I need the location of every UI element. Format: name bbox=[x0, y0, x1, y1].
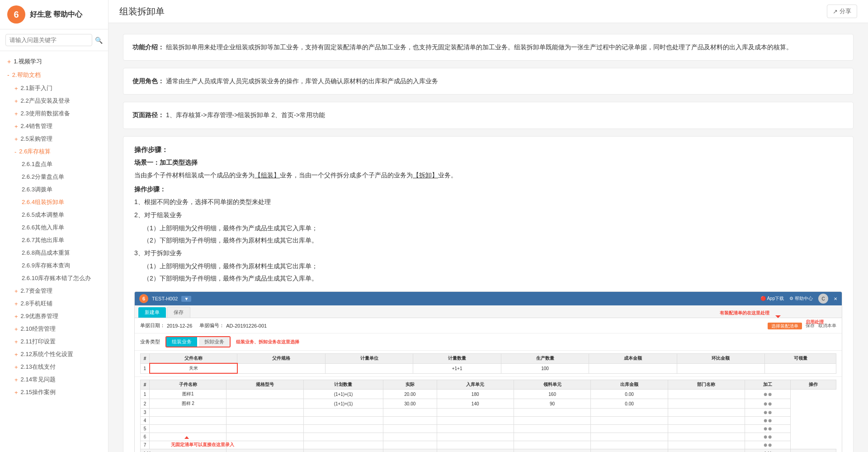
sidebar-item-267[interactable]: 2.6.7其他出库单 bbox=[0, 234, 108, 247]
path-block: 页面路径： 1、库存核算->库存管理->组装拆卸单 2、首页->常用功能 bbox=[123, 102, 854, 128]
main-content: 组装拆卸单 ↗ 分享 功能介绍： 组装拆卸单用来处理企业组装或拆卸等加工业务，支… bbox=[108, 0, 868, 452]
path-text: 1、库存核算->库存管理->组装拆卸单 2、首页->常用功能 bbox=[166, 111, 325, 119]
share-icon: ↗ bbox=[833, 8, 838, 15]
col-child-name: 子件名称 bbox=[150, 380, 226, 390]
search-input[interactable] bbox=[5, 34, 92, 46]
ops-steps-title: 操作步骤： bbox=[134, 186, 842, 194]
col-prod-qty: 生产数量 bbox=[501, 354, 589, 364]
sidebar-item-22[interactable]: + 2.2产品安装及登录 bbox=[0, 95, 108, 107]
ops-block: 操作步骤： 场景一：加工类型选择 当由多个子件材料组装成一个成品的业务为【组装】… bbox=[123, 136, 854, 452]
content-area: 功能介绍： 组装拆卸单用来处理企业组装或拆卸等加工业务，支持有固定装配清单的产品… bbox=[108, 23, 868, 452]
col-parent-spec: 父件规格 bbox=[237, 354, 325, 364]
logo-icon: 6 bbox=[7, 5, 25, 24]
step2-1: （1）上部明细为父件明细，最终作为产成品生成其它入库单； bbox=[134, 223, 842, 234]
sidebar-item-215[interactable]: + 2.15操作案例 bbox=[0, 386, 108, 399]
sidebar-item-docs[interactable]: - 2.帮助文档 bbox=[0, 68, 108, 82]
annotation5: 无固定清单可以直接在这里录入 bbox=[171, 442, 234, 448]
col-cost: 成本金额 bbox=[589, 354, 677, 364]
screenshot-type-select[interactable]: 组装业务 拆卸业务 bbox=[165, 336, 231, 347]
sidebar-header: 6 好生意 帮助中心 bbox=[0, 0, 108, 29]
sidebar-item-262[interactable]: 2.6.2分量盘点单 bbox=[0, 171, 108, 183]
sidebar-item-28[interactable]: + 2.8手机旺铺 bbox=[0, 297, 108, 310]
feature-intro-text: 组装拆卸单用来处理企业组装或拆卸等加工业务，支持有固定装配清单的产品加工业务，也… bbox=[166, 43, 793, 51]
sidebar-item-269[interactable]: 2.6.9库存账本查询 bbox=[0, 259, 108, 272]
col-child-spec: 规格型号 bbox=[226, 380, 303, 390]
sidebar-item-29[interactable]: + 2.9优惠券管理 bbox=[0, 310, 108, 323]
step3-2: （2）下部明细为子件明细，最终作为产成品生成其它入库单。 bbox=[134, 273, 842, 284]
annotation3: 启用处理 bbox=[806, 319, 824, 325]
sidebar-item-25[interactable]: + 2.5采购管理 bbox=[0, 133, 108, 145]
type-option-assembly[interactable]: 组装业务 bbox=[166, 337, 197, 347]
col-measure-qty: 计量数量 bbox=[413, 354, 501, 364]
annotation1: 有装配清单的在这里处理 bbox=[720, 310, 769, 316]
sidebar-item-213[interactable]: + 2.13在线支付 bbox=[0, 361, 108, 373]
step1: 1、根据不同的业务，选择不同单据的类型来处理 bbox=[134, 196, 842, 208]
sidebar-item-263[interactable]: 2.6.3调拨单 bbox=[0, 183, 108, 196]
sidebar: 6 好生意 帮助中心 🔍 + 1.视频学习 - 2.帮助文档 + 2.1新手入门… bbox=[0, 0, 108, 452]
share-button[interactable]: ↗ 分享 bbox=[827, 5, 857, 18]
screenshot-tab-save[interactable]: 保存 bbox=[167, 307, 190, 318]
role-text: 通常由生产人员或库管人员完成拆装业务的操作，库管人员确认原材料的出库和产成品的入… bbox=[166, 77, 438, 85]
logo-text: 好生意 帮助中心 bbox=[30, 10, 82, 19]
sidebar-item-23[interactable]: + 2.3使用前数据准备 bbox=[0, 107, 108, 120]
path-label: 页面路径： bbox=[132, 111, 164, 119]
col-in-unit: 入库单元 bbox=[437, 380, 514, 390]
sidebar-item-266[interactable]: 2.6.6其他入库单 bbox=[0, 221, 108, 234]
sidebar-item-212[interactable]: + 2.12系统个性化设置 bbox=[0, 348, 108, 361]
role-label: 使用角色： bbox=[132, 77, 164, 85]
sidebar-item-210[interactable]: + 2.10经营管理 bbox=[0, 323, 108, 335]
feature-intro-block: 功能介绍： 组装拆卸单用来处理企业组装或拆卸等加工业务，支持有固定装配清单的产品… bbox=[123, 34, 854, 61]
scene1-title: 场景一：加工类型选择 bbox=[134, 159, 842, 167]
col-plan-qty: 计划数量 bbox=[303, 380, 383, 390]
sidebar-nav: + 1.视频学习 - 2.帮助文档 + 2.1新手入门 + 2.2产品安装及登录… bbox=[0, 51, 108, 452]
page-title: 组装拆卸单 bbox=[119, 5, 165, 18]
feature-intro-label: 功能介绍： bbox=[132, 43, 164, 51]
search-box: 🔍 bbox=[0, 29, 108, 51]
sidebar-item-265[interactable]: 2.6.5成本调整单 bbox=[0, 209, 108, 221]
app-screenshot-wrapper: 6 TEST-H002 ▼ 🔴 App下载 ⚙ 帮助中心 C ✕ 新建单 保存 bbox=[134, 291, 842, 452]
sidebar-item-214[interactable]: + 2.14常见问题 bbox=[0, 373, 108, 386]
date-label: 单据日期： bbox=[140, 322, 165, 329]
step2-2: （2）下部明细为子件明细，最终作为原材料生成其它出库单。 bbox=[134, 235, 842, 246]
sidebar-item-video[interactable]: + 1.视频学习 bbox=[0, 55, 108, 68]
col-process: 加工 bbox=[745, 380, 791, 390]
step2: 2、对于组装业务 bbox=[134, 209, 842, 221]
sidebar-item-264[interactable]: 2.6.4组装拆卸单 bbox=[0, 196, 108, 209]
col-ratio-cost: 环比金额 bbox=[677, 354, 764, 364]
annotation1-arrow bbox=[775, 315, 781, 318]
sidebar-item-24[interactable]: + 2.4销售管理 bbox=[0, 120, 108, 133]
scene1-desc: 当由多个子件材料组装成一个成品的业务为【组装】业务，当由一个父件拆分成多个子产品… bbox=[134, 170, 842, 181]
sidebar-item-21[interactable]: + 2.1新手入门 bbox=[0, 82, 108, 95]
col-dept: 部门名称 bbox=[668, 380, 745, 390]
sidebar-item-2610[interactable]: 2.6.10库存账本错了怎么办 bbox=[0, 272, 108, 285]
expand-icon: + bbox=[7, 58, 11, 65]
col-ops: 操作 bbox=[791, 380, 836, 390]
col-out-amount: 出库金额 bbox=[591, 380, 668, 390]
col-unit: 计量单位 bbox=[325, 354, 413, 364]
annotation4: 组装业务、拆卸业务在这里选择 bbox=[236, 339, 299, 345]
step3-1: （1）上部明细为父件明细，最终作为原材料生成其它出库单； bbox=[134, 261, 842, 272]
sidebar-item-268[interactable]: 2.6.8商品成本重算 bbox=[0, 247, 108, 259]
sidebar-item-27[interactable]: + 2.7资金管理 bbox=[0, 285, 108, 297]
screenshot-select-bom-btn[interactable]: 选择装配清单 bbox=[768, 323, 802, 329]
search-icon[interactable]: 🔍 bbox=[95, 37, 103, 44]
sidebar-item-261[interactable]: 2.6.1盘点单 bbox=[0, 158, 108, 171]
screenshot-titlebar: TEST-H002 bbox=[152, 296, 178, 301]
collapse-icon: - bbox=[7, 71, 9, 79]
sidebar-item-211[interactable]: + 2.11打印设置 bbox=[0, 335, 108, 348]
screenshot-tab-new[interactable]: 新建单 bbox=[138, 307, 166, 318]
top-bar: 组装拆卸单 ↗ 分享 bbox=[108, 0, 868, 23]
no-value: AD-20191226-001 bbox=[226, 323, 267, 328]
col-available: 可领量 bbox=[765, 354, 836, 364]
sidebar-item-26[interactable]: - 2.6库存核算 bbox=[0, 145, 108, 158]
type-label: 业务类型 bbox=[140, 339, 160, 344]
type-option-disassembly[interactable]: 拆卸业务 bbox=[199, 337, 230, 347]
col-actual: 实际 bbox=[383, 380, 437, 390]
step3: 3、对于拆卸业务 bbox=[134, 247, 842, 259]
ops-title: 操作步骤： bbox=[134, 146, 842, 154]
annotation5-arrow bbox=[184, 436, 189, 439]
role-block: 使用角色： 通常由生产人员或库管人员完成拆装业务的操作，库管人员确认原材料的出库… bbox=[123, 68, 854, 95]
col-pick-unit: 领料单元 bbox=[514, 380, 590, 390]
col-parent-name: 父件名称 bbox=[150, 354, 237, 364]
date-value: 2019-12-26 bbox=[167, 323, 192, 328]
